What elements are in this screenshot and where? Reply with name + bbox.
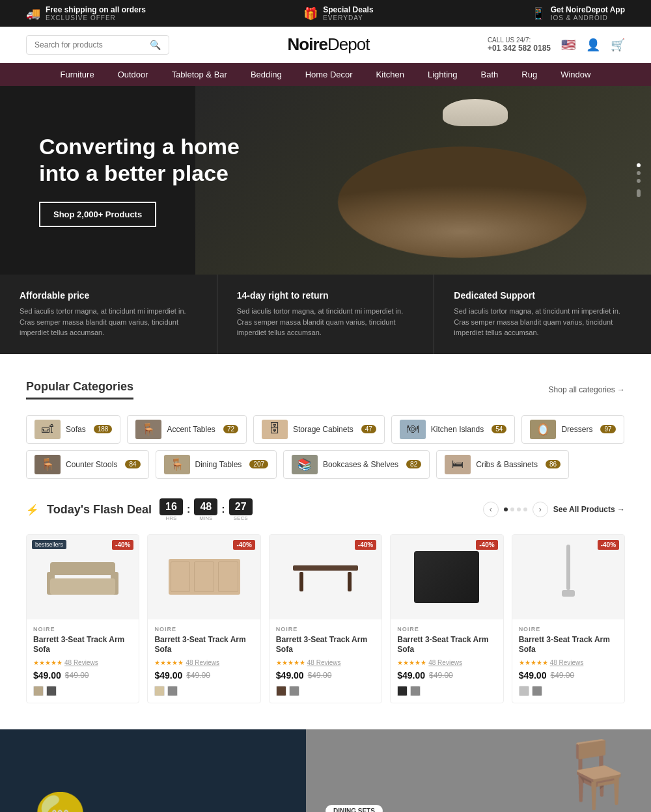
product-info-3: NOIRE Barrett 3-Seat Track Arm Sofa ★★★★… [270, 619, 381, 703]
nav-item-furniture[interactable]: Furniture [49, 63, 106, 86]
category-sofas-img: 🛋 [35, 420, 61, 439]
shipping-icon: 🚚 [26, 7, 40, 21]
feature-support: Dedicated Support Sed iaculis tortor mag… [434, 275, 651, 354]
hero-dot-2[interactable] [637, 171, 641, 175]
category-counter-stools[interactable]: 🪑 Counter Stools 84 [26, 450, 149, 479]
flash-deal-section: ⚡ Today's Flash Deal 16 HRS : 48 MINS : … [0, 492, 651, 716]
category-cribs[interactable]: 🛏 Cribs & Bassinets 86 [436, 450, 569, 479]
cart-icon[interactable]: 🛒 [611, 38, 625, 52]
product-reviews-1: 48 Reviews [64, 659, 98, 666]
hero-bowl-decoration [443, 99, 508, 126]
search-input[interactable] [35, 40, 145, 49]
category-storage-cabinets[interactable]: 🗄 Storage Cabinets 47 [253, 415, 385, 444]
category-sofas[interactable]: 🛋 Sofas 188 [26, 415, 120, 444]
bestseller-badge-1: bestsellers [32, 540, 66, 549]
phone-label: CALL US 24/7: [488, 36, 551, 44]
color-swatch-4a[interactable] [397, 686, 408, 696]
color-swatch-5a[interactable] [519, 686, 529, 696]
banner-right[interactable]: 🪑 DINING SETS For the style you want [306, 729, 651, 812]
hero-dot-1[interactable] [637, 163, 641, 167]
lamp-stick-5 [566, 545, 570, 590]
star-rating-4: ★★★★★ [397, 659, 426, 666]
sofa-illustration-1 [47, 559, 118, 595]
category-dressers-count: 97 [600, 425, 615, 433]
timer-hours-group: 16 HRS [159, 498, 183, 521]
price-current-5: $49.00 [519, 670, 547, 681]
see-all-products-link[interactable]: See All Products → [553, 505, 625, 514]
flash-dot-4[interactable] [523, 508, 527, 511]
color-swatch-1a[interactable] [33, 686, 44, 696]
category-accent-tables[interactable]: 🪑 Accent Tables 72 [127, 415, 247, 444]
banner-left[interactable]: 💡 [0, 729, 306, 812]
flash-dot-1[interactable] [504, 508, 508, 511]
product-colors-4 [397, 686, 496, 696]
nav-item-bedding[interactable]: Bedding [239, 63, 294, 86]
product-card-5: -40% NOIRE Barrett 3-Seat Track Arm Sofa… [512, 534, 625, 703]
shipping-sub-text: EXCLUSIVE OFFER [46, 14, 146, 21]
category-cribs-count: 86 [546, 460, 561, 468]
discount-badge-3: -40% [355, 540, 376, 550]
shop-all-categories-link[interactable]: Shop all categories → [549, 385, 625, 394]
nav-item-bath[interactable]: Bath [469, 63, 510, 86]
logo-bold: Noire [288, 34, 327, 54]
color-swatch-3a[interactable] [276, 686, 286, 696]
category-kitchen-islands[interactable]: 🍽 Kitchen Islands 54 [391, 415, 516, 444]
deals-icon: 🎁 [303, 7, 318, 21]
color-swatch-1b[interactable] [46, 686, 57, 696]
category-dressers-name: Dressers [561, 425, 592, 434]
color-swatch-2b[interactable] [167, 686, 178, 696]
hero-arrow-down[interactable] [637, 189, 641, 197]
color-swatch-5b[interactable] [532, 686, 542, 696]
categories-header: Popular Categories Shop all categories → [26, 380, 625, 399]
sofa-back-1 [50, 562, 115, 575]
product-price-2: $49.00 $49.00 [154, 670, 253, 681]
flash-icon: ⚡ [26, 504, 39, 516]
category-storage-cabinets-img: 🗄 [262, 420, 288, 439]
category-accent-tables-count: 72 [223, 425, 238, 433]
product-card-2: -40% NOIRE Barrett 3-Seat Track Arm Sofa… [147, 534, 260, 703]
discount-badge-4: -40% [476, 540, 497, 550]
nav-item-kitchen[interactable]: Kitchen [365, 63, 416, 86]
cabinet-door-2c [218, 562, 238, 592]
flag-icon[interactable]: 🇺🇸 [561, 38, 575, 52]
nav-item-rug[interactable]: Rug [510, 63, 549, 86]
nav-item-homedecor[interactable]: Home Decor [294, 63, 365, 86]
price-old-2: $49.00 [186, 671, 210, 680]
color-swatch-4b[interactable] [410, 686, 421, 696]
product-brand-3: NOIRE [276, 626, 375, 632]
search-box[interactable]: 🔍 [26, 35, 169, 55]
logo[interactable]: NoireDepot [182, 34, 475, 55]
hero-dot-3[interactable] [637, 179, 641, 183]
product-stars-3: ★★★★★ 48 Reviews [276, 659, 375, 666]
category-bookcases[interactable]: 📚 Bookcases & Shelves 82 [283, 450, 430, 479]
hero-headline: Converting a home into a better place [39, 133, 273, 187]
flash-dot-2[interactable] [510, 508, 514, 511]
category-dining-tables[interactable]: 🪑 Dining Tables 207 [156, 450, 277, 479]
nav-item-tabletop[interactable]: Tabletop & Bar [160, 63, 239, 86]
discount-badge-5: -40% [598, 540, 619, 550]
nav-item-window[interactable]: Window [549, 63, 602, 86]
flash-next-button[interactable]: › [533, 502, 548, 517]
category-kitchen-islands-img: 🍽 [400, 420, 426, 439]
feature-price: Affordable price Sed iaculis tortor magn… [0, 275, 217, 354]
product-name-4: Barrett 3-Seat Track Arm Sofa [397, 635, 496, 655]
category-sofas-name: Sofas [66, 425, 86, 434]
header-right: CALL US 24/7: +01 342 582 0185 🇺🇸 👤 🛒 [488, 36, 625, 53]
color-swatch-2a[interactable] [154, 686, 165, 696]
nav-item-lighting[interactable]: Lighting [416, 63, 469, 86]
flash-dot-3[interactable] [517, 508, 521, 511]
account-icon[interactable]: 👤 [586, 38, 600, 52]
hero-table-decoration [324, 146, 600, 258]
color-swatch-3b[interactable] [289, 686, 299, 696]
timer-minutes-label: MINS [199, 515, 212, 521]
product-name-5: Barrett 3-Seat Track Arm Sofa [519, 635, 618, 655]
flash-prev-button[interactable]: ‹ [483, 502, 499, 517]
nav-item-outdoor[interactable]: Outdoor [106, 63, 160, 86]
timer-seconds: 27 [229, 498, 253, 515]
lamp-illustration-5 [552, 545, 585, 610]
feature-support-desc: Sed iaculis tortor magna, at tincidunt m… [454, 306, 631, 338]
category-dressers[interactable]: 🪞 Dressers 97 [521, 415, 624, 444]
hero-dots [637, 163, 641, 197]
hero-shop-button[interactable]: Shop 2,000+ Products [39, 202, 156, 227]
flash-deal-title: Today's Flash Deal [47, 503, 152, 517]
